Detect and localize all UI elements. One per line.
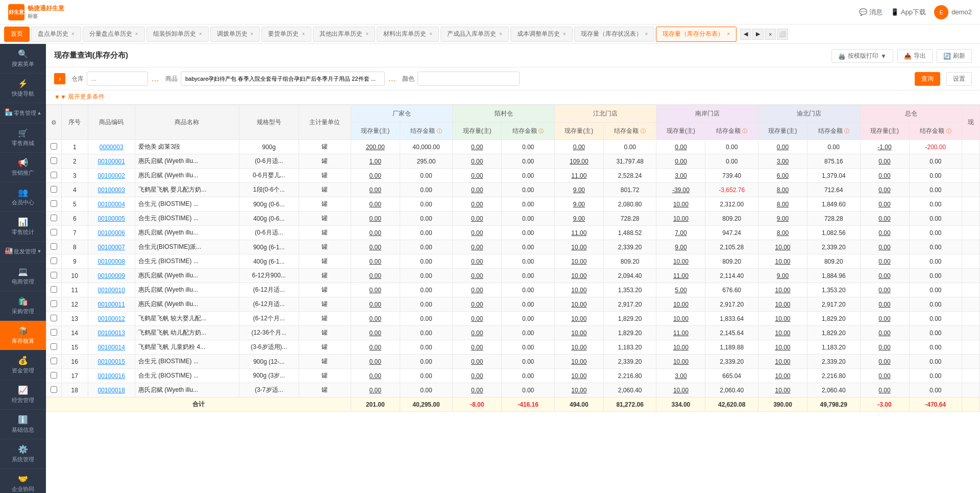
row-jb-qty[interactable]: 9.00 <box>554 197 603 212</box>
row-yb-qty[interactable]: 10.00 <box>758 283 807 297</box>
row-checkbox[interactable] <box>46 140 62 154</box>
row-fac-qty[interactable]: 0.00 <box>351 254 400 269</box>
row-checkbox[interactable] <box>46 297 62 312</box>
sidebar-item-corp[interactable]: 🤝 企业协同 <box>0 469 46 493</box>
checkbox[interactable] <box>51 300 57 307</box>
row-yb-qty[interactable]: 8.00 <box>758 183 807 197</box>
checkbox[interactable] <box>51 257 57 264</box>
row-na-qty[interactable]: 10.00 <box>656 254 705 269</box>
row-fac-qty[interactable]: 0.00 <box>351 226 400 240</box>
checkbox[interactable] <box>51 186 57 193</box>
sidebar-item-purchase[interactable]: 🛍️ 采购管理 <box>0 291 46 321</box>
warehouse-dots[interactable]: … <box>151 74 159 83</box>
sidebar-item-member[interactable]: 👥 会员中心 <box>0 182 46 212</box>
row-yb-qty[interactable]: 10.00 <box>758 369 807 383</box>
row-total-qty[interactable]: 0.00 <box>860 226 909 240</box>
row-checkbox[interactable] <box>46 254 62 269</box>
row-fac-qty[interactable]: 0.00 <box>351 212 400 226</box>
row-na-qty[interactable]: 10.00 <box>656 340 705 355</box>
tab-home[interactable]: 首页 <box>4 27 30 42</box>
row-mo-qty[interactable]: 0.00 <box>453 369 502 383</box>
row-jb-qty[interactable]: 11.00 <box>554 169 603 183</box>
sidebar-item-ecom[interactable]: 💻 电商管理 <box>0 262 46 291</box>
tab-chengbentiao[interactable]: 成本调整单历史 × <box>510 27 573 42</box>
nav-next[interactable]: ▶ <box>752 29 764 40</box>
row-yb-qty[interactable]: 10.00 <box>758 326 807 340</box>
row-yb-qty[interactable]: 6.00 <box>758 169 807 183</box>
row-fac-qty[interactable]: 0.00 <box>351 326 400 340</box>
row-checkbox[interactable] <box>46 226 62 240</box>
row-jb-qty[interactable]: 0.00 <box>554 140 603 154</box>
checkbox[interactable] <box>51 243 57 250</box>
tab-fenpandian-close[interactable]: × <box>135 31 138 37</box>
row-jb-qty[interactable]: 10.00 <box>554 240 603 254</box>
print-btn[interactable]: 🖨️ 按模版打印 ▼ <box>831 49 893 63</box>
row-checkbox[interactable] <box>46 383 62 397</box>
row-yb-qty[interactable]: 9.00 <box>758 269 807 283</box>
tab-xianzailiang-close[interactable]: × <box>727 31 730 37</box>
row-mo-qty[interactable]: 0.00 <box>453 240 502 254</box>
row-mo-qty[interactable]: 0.00 <box>453 140 502 154</box>
search-collapse-btn[interactable]: › <box>54 73 65 84</box>
row-jb-qty[interactable]: 10.00 <box>554 312 603 326</box>
row-yb-qty[interactable]: 10.00 <box>758 383 807 397</box>
row-yb-qty[interactable]: 10.00 <box>758 355 807 369</box>
row-mo-qty[interactable]: 0.00 <box>453 183 502 197</box>
row-jb-qty[interactable]: 10.00 <box>554 369 603 383</box>
row-jb-qty[interactable]: 10.00 <box>554 355 603 369</box>
query-btn[interactable]: 查询 <box>915 72 940 86</box>
tab-qita-close[interactable]: × <box>365 31 369 37</box>
row-code[interactable]: 00100004 <box>88 197 135 212</box>
row-fac-qty[interactable]: 0.00 <box>351 297 400 312</box>
row-yb-qty[interactable]: 10.00 <box>758 312 807 326</box>
tab-chancheng-close[interactable]: × <box>499 31 502 37</box>
row-na-qty[interactable]: 10.00 <box>656 212 705 226</box>
sidebar-item-wholesale[interactable]: 🏭 批发管理 ▼ <box>0 242 46 262</box>
sidebar-item-ops[interactable]: 📈 经营管理 <box>0 380 46 410</box>
row-yb-qty[interactable]: 10.00 <box>758 254 807 269</box>
tab-cailiaochu-close[interactable]: × <box>429 31 432 37</box>
row-total-qty[interactable]: 0.00 <box>860 154 909 169</box>
row-jb-qty[interactable]: 10.00 <box>554 340 603 355</box>
row-total-qty[interactable]: 0.00 <box>860 383 909 397</box>
row-jb-qty[interactable]: 109.00 <box>554 154 603 169</box>
tab-yaohuo[interactable]: 要货单历史 × <box>261 27 311 42</box>
row-checkbox[interactable] <box>46 326 62 340</box>
export-btn[interactable]: 📥 导出 <box>897 49 933 63</box>
row-code[interactable]: 00100018 <box>88 383 135 397</box>
row-code[interactable]: 00100007 <box>88 240 135 254</box>
row-yb-qty[interactable]: 0.00 <box>758 140 807 154</box>
row-jb-qty[interactable]: 9.00 <box>554 212 603 226</box>
tab-xianzailiang[interactable]: 现存量（库存分布表） × <box>656 27 737 42</box>
row-code[interactable]: 00100006 <box>88 226 135 240</box>
expand-btn[interactable]: ▼▼ 展开更多条件 <box>54 92 105 101</box>
row-jb-qty[interactable]: 10.00 <box>554 297 603 312</box>
nav-close-all[interactable]: × <box>765 29 776 40</box>
row-na-qty[interactable]: 10.00 <box>656 383 705 397</box>
row-na-qty[interactable]: 0.00 <box>656 154 705 169</box>
row-mo-qty[interactable]: 0.00 <box>453 297 502 312</box>
row-fac-qty[interactable]: 0.00 <box>351 355 400 369</box>
app-download-btn[interactable]: 📱 App下载 <box>891 8 926 17</box>
tab-zuhe-close[interactable]: × <box>199 31 202 37</box>
th-gear[interactable]: ⚙ <box>46 105 62 140</box>
row-yb-qty[interactable]: 9.00 <box>758 212 807 226</box>
row-code[interactable]: 00100013 <box>88 326 135 340</box>
row-fac-qty[interactable]: 0.00 <box>351 369 400 383</box>
row-fac-qty[interactable]: 0.00 <box>351 383 400 397</box>
row-total-qty[interactable]: 0.00 <box>860 297 909 312</box>
row-na-qty[interactable]: 11.00 <box>656 269 705 283</box>
warehouse-input[interactable] <box>87 72 148 86</box>
nav-prev[interactable]: ◀ <box>740 29 751 40</box>
tab-pandian[interactable]: 盘点单历史 × <box>31 27 81 42</box>
row-fac-qty[interactable]: 0.00 <box>351 340 400 355</box>
row-mo-qty[interactable]: 0.00 <box>453 269 502 283</box>
row-code[interactable]: 00100010 <box>88 283 135 297</box>
row-na-qty[interactable]: -39.00 <box>656 183 705 197</box>
row-mo-qty[interactable]: 0.00 <box>453 197 502 212</box>
row-total-qty[interactable]: 0.00 <box>860 355 909 369</box>
row-checkbox[interactable] <box>46 154 62 169</box>
tab-xianzailiangkuancun[interactable]: 现存量（库存状况表） × <box>574 27 655 42</box>
checkbox[interactable] <box>51 343 57 350</box>
checkbox[interactable] <box>51 215 57 221</box>
